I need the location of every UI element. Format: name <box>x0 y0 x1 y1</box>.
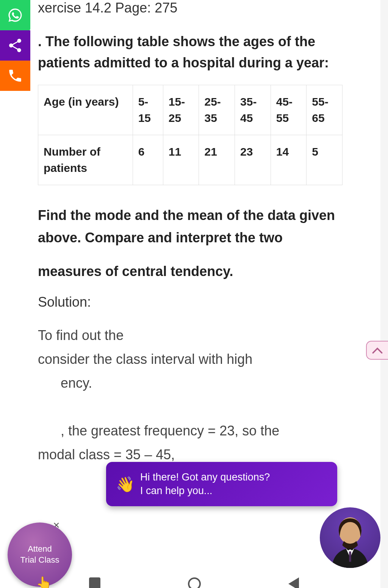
solution-line: To find out the <box>38 328 124 343</box>
table-header-cell: Number of patients <box>38 135 133 185</box>
solution-line: consider the class interval with high <box>38 351 252 367</box>
social-bar <box>0 0 30 91</box>
solution-line: modal class = 35 – 45, <box>38 447 175 462</box>
table-cell: 6 <box>133 135 163 185</box>
phone-icon <box>7 68 23 84</box>
table-cell: 5-15 <box>133 85 163 135</box>
solution-line: ency. <box>61 375 92 391</box>
table-header-cell: Age (in years) <box>38 85 133 135</box>
whatsapp-icon <box>7 7 23 23</box>
table-row: Number of patients 6 11 21 23 14 5 <box>38 135 343 185</box>
table-cell: 5 <box>307 135 343 185</box>
table-cell: 25-35 <box>199 85 235 135</box>
whatsapp-button[interactable] <box>0 0 30 30</box>
home-button[interactable] <box>188 577 201 588</box>
table-cell: 55-65 <box>307 85 343 135</box>
table-cell: 11 <box>163 135 199 185</box>
table-cell: 15-25 <box>163 85 199 135</box>
wave-icon: 👋 <box>116 474 135 494</box>
table-cell: 23 <box>235 135 271 185</box>
call-button[interactable] <box>0 61 30 91</box>
table-cell: 14 <box>271 135 307 185</box>
table-cell: 21 <box>199 135 235 185</box>
solution-label: Solution: <box>38 294 343 310</box>
share-icon <box>7 37 23 53</box>
back-button[interactable] <box>288 577 299 588</box>
question-followup-2: measures of central tendency. <box>38 260 343 282</box>
solution-line: , the greatest frequency = 23, so the <box>61 423 279 438</box>
share-button[interactable] <box>0 30 30 61</box>
recent-apps-button[interactable] <box>89 577 100 588</box>
chat-popup[interactable]: 👋 Hi there! Got any questions? I can hel… <box>106 462 337 506</box>
chat-line: Hi there! Got any questions? <box>140 470 326 484</box>
svg-rect-1 <box>349 551 351 561</box>
trial-line: Trial Class <box>20 555 59 566</box>
person-icon <box>324 511 377 568</box>
page-title: xercise 14.2 Page: 275 <box>38 0 343 16</box>
chat-line: I can help you... <box>140 484 326 498</box>
table-row: Age (in years) 5-15 15-25 25-35 35-45 45… <box>38 85 343 135</box>
data-table: Age (in years) 5-15 15-25 25-35 35-45 45… <box>38 85 343 185</box>
chat-avatar[interactable] <box>320 507 380 568</box>
table-cell: 45-55 <box>271 85 307 135</box>
system-nav-bar <box>0 577 388 588</box>
chevron-up-icon <box>372 346 383 354</box>
scroll-top-button[interactable] <box>366 341 388 360</box>
trial-line: Attend <box>28 544 52 555</box>
question-followup-1: Find the mode and the mean of the data g… <box>38 204 343 249</box>
table-cell: 35-45 <box>235 85 271 135</box>
question-intro: . The following table shows the ages of … <box>38 31 343 73</box>
solution-body: To find out the consider the class inter… <box>38 323 343 466</box>
